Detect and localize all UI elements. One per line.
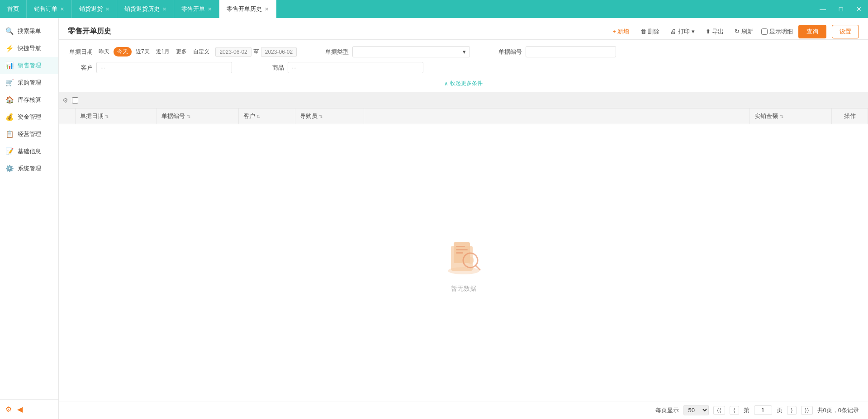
date-btn-week[interactable]: 近7天 [133, 47, 152, 56]
add-button[interactable]: + 新增 [610, 26, 632, 38]
date-btn-more[interactable]: 更多 [174, 47, 189, 56]
close-icon[interactable]: ✕ [105, 6, 109, 12]
page-input[interactable] [754, 405, 772, 415]
search-icon: 🔍 [5, 27, 14, 35]
sort-icon-amount[interactable]: ⇅ [780, 114, 783, 119]
goods-field: 商品 ··· [259, 62, 423, 73]
date-btn-custom[interactable]: 自定义 [191, 47, 212, 56]
inventory-icon: 🏠 [5, 96, 14, 104]
set-button[interactable]: 设置 [832, 25, 859, 38]
date-btn-today[interactable]: 今天 [114, 47, 132, 56]
th-no-label: 单据编号 [161, 113, 185, 119]
th-customer-label: 客户 [243, 113, 255, 119]
delete-button[interactable]: 🗑 删除 [638, 26, 663, 38]
th-salesperson-label: 导购员 [300, 113, 318, 119]
search-row-2: 客户 ··· 商品 ··· [68, 62, 859, 73]
print-button[interactable]: 🖨 打印 ▾ [668, 26, 697, 38]
sidebar-item-finance[interactable]: 💰 资金管理 [0, 108, 58, 126]
window-max-button[interactable]: □ [832, 0, 850, 18]
sort-icon-date[interactable]: ⇅ [105, 114, 109, 119]
sidebar-item-purchase[interactable]: 🛒 采购管理 [0, 74, 58, 91]
page-suffix: 页 [777, 406, 783, 414]
empty-svg [441, 232, 486, 278]
window-min-button[interactable]: — [814, 0, 832, 18]
th-customer[interactable]: 客户 ⇅ [238, 108, 295, 124]
sidebar-item-quick-nav[interactable]: ⚡ 快捷导航 [0, 40, 58, 57]
th-date-label: 单据日期 [80, 113, 104, 119]
content-area: 零售开单历史 + 新增 🗑 删除 🖨 打印 ▾ ⬆ 导出 ↻ 刷新 [59, 18, 868, 419]
close-icon[interactable]: ✕ [265, 6, 269, 12]
doc-type-select[interactable]: ▾ [352, 46, 470, 57]
page-header: 零售开单历史 + 新增 🗑 删除 🖨 打印 ▾ ⬆ 导出 ↻ 刷新 [59, 18, 868, 40]
sidebar-collapse-icon[interactable]: ◀ [17, 405, 23, 414]
tab-sales-return[interactable]: 销货退货 ✕ [72, 0, 117, 18]
sidebar-item-search[interactable]: 🔍 搜索采单 [0, 23, 58, 40]
customer-input[interactable]: ··· [96, 62, 232, 73]
doc-no-input[interactable] [526, 46, 616, 57]
date-from-display[interactable]: 2023-06-02 [215, 47, 251, 57]
tab-sales-return-history[interactable]: 销货退货历史 ✕ [117, 0, 174, 18]
th-salesperson[interactable]: 导购员 ⇅ [295, 108, 364, 124]
close-icon[interactable]: ✕ [162, 6, 166, 12]
doc-type-field: 单据类型 ▾ [324, 46, 470, 57]
first-page-button[interactable]: ⟨⟨ [713, 406, 725, 415]
sidebar-item-sales[interactable]: 📊 销售管理 [0, 57, 58, 74]
date-to-display[interactable]: 2023-06-02 [261, 47, 297, 57]
display-detail-checkbox[interactable]: 显示明细 [761, 28, 793, 36]
tab-sales-order[interactable]: 销售订单 ✕ [27, 0, 72, 18]
sidebar-item-basic[interactable]: 📝 基础信息 [0, 143, 58, 160]
page-label: 第 [744, 406, 749, 414]
sort-icon-no[interactable]: ⇅ [187, 114, 190, 119]
sort-icon-customer[interactable]: ⇅ [256, 114, 260, 119]
sidebar-item-system[interactable]: ⚙️ 系统管理 [0, 160, 58, 177]
data-table: 单据日期 ⇅ 单据编号 ⇅ 客户 ⇅ 导购员 [59, 108, 868, 124]
sidebar-bottom: ⚙ ◀ [0, 399, 58, 419]
doc-no-field: 单据编号 [497, 46, 616, 57]
collapse-bar[interactable]: ∧ 收起更多条件 [68, 78, 859, 89]
last-page-button[interactable]: ⟩⟩ [801, 406, 813, 415]
next-page-button[interactable]: ⟩ [787, 406, 797, 415]
sort-icon-salesperson[interactable]: ⇅ [319, 114, 323, 119]
svg-rect-5 [456, 252, 463, 254]
sidebar-item-inventory[interactable]: 🏠 库存核算 [0, 91, 58, 108]
table-container: ⚙ 单据日期 ⇅ 单据编号 ⇅ [59, 92, 868, 401]
tab-retail-open[interactable]: 零售开单 ✕ [174, 0, 219, 18]
prev-page-button[interactable]: ⟨ [730, 406, 739, 415]
th-date[interactable]: 单据日期 ⇅ [75, 108, 157, 124]
customer-label: 客户 [68, 64, 93, 72]
total-info: 共0页，0条记录 [817, 406, 859, 414]
print-dropdown-icon[interactable]: ▾ [692, 28, 695, 35]
export-button[interactable]: ⬆ 导出 [703, 26, 727, 38]
display-detail-check[interactable] [761, 28, 768, 35]
th-no[interactable]: 单据编号 ⇅ [157, 108, 239, 124]
date-btn-yesterday[interactable]: 昨天 [96, 47, 112, 56]
refresh-button[interactable]: ↻ 刷新 [732, 26, 756, 38]
table-toolbar: ⚙ [59, 92, 868, 108]
date-btn-month[interactable]: 近1月 [154, 47, 172, 56]
top-tabbar: 首页 销售订单 ✕ 销货退货 ✕ 销货退货历史 ✕ 零售开单 ✕ 零售开单历史 … [0, 0, 868, 18]
select-all-checkbox[interactable] [72, 97, 78, 104]
quick-nav-icon: ⚡ [5, 44, 14, 52]
per-page-select[interactable]: 50 10 20 100 [683, 405, 709, 415]
th-amount[interactable]: 实销金额 ⇅ [750, 108, 832, 124]
ops-icon: 📋 [5, 130, 14, 138]
empty-illustration [441, 232, 486, 278]
settings-gear-icon[interactable]: ⚙ [5, 405, 12, 414]
table-settings-icon[interactable]: ⚙ [62, 97, 68, 104]
purchase-icon: 🛒 [5, 79, 14, 87]
window-controls: — □ ✕ [814, 0, 868, 18]
close-icon[interactable]: ✕ [208, 6, 212, 12]
tab-retail-open-history[interactable]: 零售开单历史 ✕ [219, 0, 276, 18]
doc-type-label: 单据类型 [324, 48, 349, 56]
sales-icon: 📊 [5, 61, 14, 70]
window-close-button[interactable]: ✕ [850, 0, 868, 18]
goods-input[interactable]: ··· [288, 62, 423, 73]
sidebar: 🔍 搜索采单 ⚡ 快捷导航 📊 销售管理 🛒 采购管理 🏠 库存核算 💰 资金管… [0, 18, 59, 419]
sidebar-item-ops[interactable]: 📋 经营管理 [0, 126, 58, 143]
close-icon[interactable]: ✕ [60, 6, 64, 12]
pagination-bar: 每页显示 50 10 20 100 ⟨⟨ ⟨ 第 页 ⟩ ⟩⟩ 共0页，0条记录 [59, 401, 868, 419]
query-button[interactable]: 查询 [798, 25, 826, 38]
tab-home[interactable]: 首页 [0, 0, 27, 18]
date-range-buttons: 昨天 今天 近7天 近1月 更多 自定义 [96, 47, 212, 56]
goods-label: 商品 [259, 64, 284, 72]
